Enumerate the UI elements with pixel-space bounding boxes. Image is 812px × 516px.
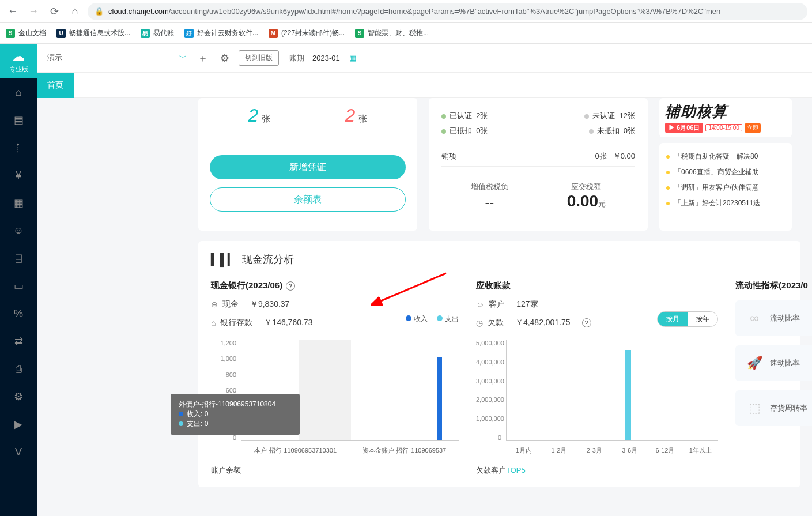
sidebar-tax-icon[interactable]: % <box>0 300 37 327</box>
bookmark-item[interactable]: 易易代账 <box>141 28 174 38</box>
sidebar-home-icon[interactable]: ⌂ <box>0 78 37 106</box>
old-version-button[interactable]: 切到旧版 <box>239 50 279 66</box>
nav-forward-icon[interactable]: → <box>25 3 41 20</box>
gear-icon[interactable]: ⚙ <box>217 50 233 66</box>
voucher-left-num: 2 <box>248 105 259 126</box>
period-toggle[interactable]: 按月 按年 <box>657 311 718 327</box>
edition-label: 专业版 <box>9 65 28 74</box>
bookmark-item[interactable]: 好好会计云财务软件... <box>184 28 258 38</box>
url-bar[interactable]: 🔒 cloud.chanjet.com/accounting/uw1eb00zy… <box>88 3 807 20</box>
cash-icon: ⊖ <box>211 300 218 309</box>
tab-row: 首页 <box>37 73 812 98</box>
news-list: 「税期自助化答疑」解决80 「0606直播」商贸企业辅助 「调研」用友客户/伙伴… <box>659 143 792 231</box>
cloud-icon: ☁ <box>12 49 25 64</box>
cashflow-card: ▍▌▎ 现金流分析 现金银行(2023/06) ? ⊖现金 ￥9,830.37 … <box>198 241 800 487</box>
chart-tooltip: 外债户-招行-110906953710804 收入: 0 支出: 0 <box>171 394 300 435</box>
sidebar-more-icon[interactable]: V <box>0 438 37 466</box>
cashflow-title: 现金流分析 <box>242 253 294 266</box>
voucher-card: 2张 2张 新增凭证 余额表 <box>198 98 417 231</box>
browser-toolbar: ← → ⟳ ⌂ 🔒 cloud.chanjet.com/accounting/u… <box>0 0 812 23</box>
content-area: 2张 2张 新增凭证 余额表 已认证 2张 未认证 12张 已抵扣 0张 未抵扣… <box>37 98 812 516</box>
help-icon[interactable]: ? <box>286 281 295 291</box>
company-name: 演示 <box>47 52 62 63</box>
bookmark-item[interactable]: S金山文档 <box>6 28 46 38</box>
balance-sheet-button[interactable]: 余额表 <box>210 187 406 212</box>
sidebar-invoice-icon[interactable]: ⌸ <box>0 244 37 272</box>
sidebar-report-icon[interactable]: ⭫ <box>0 134 37 161</box>
promo-banner[interactable]: 辅助核算 ▶ 6月06日 14:00-15:00 立即 <box>659 98 792 137</box>
news-item[interactable]: 「上新」好会计20230511迭 <box>666 195 785 211</box>
toggle-year[interactable]: 按年 <box>688 312 717 326</box>
sidebar-archive-icon[interactable]: ▭ <box>0 272 37 300</box>
chart-bar <box>625 350 631 441</box>
nav-home-icon[interactable]: ⌂ <box>67 3 83 20</box>
news-item[interactable]: 「0606直播」商贸企业辅助 <box>666 164 785 180</box>
news-item[interactable]: 「调研」用友客户/伙伴满意 <box>666 180 785 195</box>
app-logo[interactable]: ☁ 专业版 <box>0 44 37 78</box>
bar-chart-icon: ▍▌▎ <box>211 253 236 266</box>
liquidity-panel: 流动性指标(2023/0 ∞流动比率 🚀速动比率 ⬚存货周转率 <box>735 280 812 476</box>
tax-card: 已认证 2张 未认证 12张 已抵扣 0张 未抵扣 0张 销项 0张 ￥0.00… <box>429 98 648 231</box>
company-select[interactable]: 演示 ﹀ <box>45 49 189 67</box>
sidebar-voucher-icon[interactable]: ▤ <box>0 106 37 134</box>
sidebar-video-icon[interactable]: ▶ <box>0 410 37 438</box>
chart-footer: 账户余额 <box>211 465 459 476</box>
lock-icon: 🔒 <box>95 7 104 16</box>
topbar: 演示 ﹀ ＋ ⚙ 切到旧版 账期 2023-01 ▦ <box>37 44 812 73</box>
period-value: 2023-01 <box>312 54 340 62</box>
person-icon: ☺ <box>476 300 484 309</box>
bookmark-item[interactable]: S智能票、财、税推... <box>355 28 429 38</box>
sidebar: ☁ 专业版 ⌂ ▤ ⭫ ¥ ▦ ☺ ⌸ ▭ % ⇄ ⎙ ⚙ ▶ V <box>0 44 37 516</box>
rocket-icon: 🚀 <box>745 353 764 373</box>
box-icon: ⬚ <box>745 398 764 418</box>
sidebar-settings-icon[interactable]: ⚙ <box>0 383 37 410</box>
add-icon[interactable]: ＋ <box>195 50 211 66</box>
svg-line-0 <box>378 273 446 302</box>
clock-icon: ◷ <box>476 318 483 327</box>
voucher-right-num: 2 <box>345 105 356 126</box>
nav-back-icon[interactable]: ← <box>5 3 21 20</box>
nav-reload-icon[interactable]: ⟳ <box>46 3 62 20</box>
bank-icon: ⌂ <box>211 318 216 327</box>
annotation-arrow <box>371 269 452 309</box>
calendar-icon[interactable]: ▦ <box>349 54 356 62</box>
receivables-chart: 5,000,0004,000,0003,000,0002,000,0001,00… <box>476 340 718 455</box>
customer-count: 127家 <box>516 299 538 310</box>
chart-footer: 欠款客户TOP5 <box>476 465 718 476</box>
bookmark-item[interactable]: U畅捷通信息技术股... <box>56 28 130 38</box>
receivables-panel: 应收账款 ☺客户 127家 ◷欠款 ￥4,482,001.75 ? 按月 按年 … <box>476 280 718 476</box>
toggle-month[interactable]: 按月 <box>658 312 688 326</box>
add-voucher-button[interactable]: 新增凭证 <box>210 155 406 179</box>
chart-bar <box>437 357 442 440</box>
play-icon: ▶ 6月06日 <box>665 123 703 133</box>
help-icon[interactable]: ? <box>582 318 591 327</box>
metric-inventory-turnover[interactable]: ⬚存货周转率 <box>735 390 812 426</box>
sidebar-funds-icon[interactable]: ¥ <box>0 161 37 189</box>
bookmark-item[interactable]: M(227封未读邮件)畅... <box>269 28 345 38</box>
tab-home[interactable]: 首页 <box>37 73 74 98</box>
sidebar-salary-icon[interactable]: ☺ <box>0 217 37 244</box>
cash-bank-panel: 现金银行(2023/06) ? ⊖现金 ￥9,830.37 ⌂银行存款 ￥146… <box>211 280 459 476</box>
bookmarks-bar: S金山文档 U畅捷通信息技术股... 易易代账 好好会计云财务软件... M(2… <box>0 23 812 44</box>
sidebar-assets-icon[interactable]: ▦ <box>0 189 37 217</box>
sidebar-transfer-icon[interactable]: ⇄ <box>0 327 37 355</box>
period-label: 账期 <box>289 53 304 63</box>
account-balance-chart: 外债户-招行-110906953710804 收入: 0 支出: 0 1,200… <box>211 340 459 455</box>
sidebar-print-icon[interactable]: ⎙ <box>0 355 37 383</box>
ratio-icon: ∞ <box>745 308 764 328</box>
news-item[interactable]: 「税期自助化答疑」解决80 <box>666 149 785 164</box>
metric-current-ratio[interactable]: ∞流动比率 <box>735 300 812 336</box>
metric-quick-ratio[interactable]: 🚀速动比率 <box>735 345 812 381</box>
url-text: cloud.chanjet.com/accounting/uw1eb00zy96… <box>108 7 720 16</box>
chevron-down-icon: ﹀ <box>179 52 187 63</box>
